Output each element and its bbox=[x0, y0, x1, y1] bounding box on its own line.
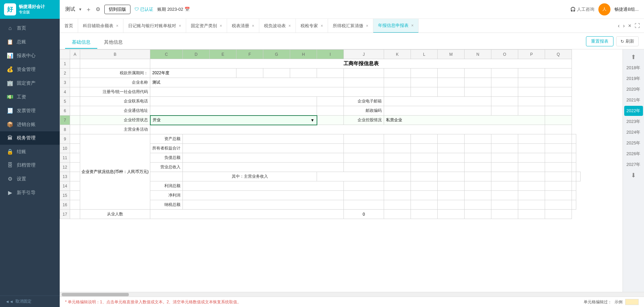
year-item-2020[interactable]: 2020年 bbox=[624, 84, 643, 94]
sidebar-item-fund[interactable]: 💰 资金管理 bbox=[0, 62, 60, 76]
cell-12K[interactable] bbox=[411, 163, 438, 172]
cell-16D[interactable] bbox=[183, 200, 344, 210]
cell-11J[interactable] bbox=[384, 153, 411, 163]
cell-10L[interactable] bbox=[438, 144, 465, 153]
tab-income-close[interactable]: × bbox=[366, 24, 368, 28]
tab-taxwave[interactable]: 税负波动表 × bbox=[259, 19, 296, 33]
cell-11N[interactable] bbox=[491, 153, 518, 163]
sidebar-item-guide[interactable]: ▶ 新手引导 bbox=[0, 186, 60, 200]
sidebar-item-report[interactable]: 📊 报表中心 bbox=[0, 49, 60, 62]
cell-13A[interactable] bbox=[70, 172, 80, 181]
cell-11P[interactable] bbox=[545, 153, 572, 163]
cell-12O[interactable] bbox=[518, 163, 545, 172]
cell-16O[interactable] bbox=[518, 200, 545, 210]
cell-17Q[interactable] bbox=[545, 210, 572, 219]
cell-11Q[interactable] bbox=[572, 153, 576, 163]
cell-12Q[interactable] bbox=[572, 163, 576, 172]
cell-15J[interactable] bbox=[384, 191, 411, 200]
cell-3O[interactable] bbox=[491, 78, 518, 87]
cell-2N[interactable] bbox=[465, 69, 491, 78]
cell-17P[interactable] bbox=[518, 210, 545, 219]
cell-4P[interactable] bbox=[518, 87, 545, 97]
cell-13M[interactable] bbox=[491, 172, 518, 181]
cell-9M[interactable] bbox=[465, 134, 491, 144]
cell-4K[interactable] bbox=[384, 87, 411, 97]
cell-13P[interactable] bbox=[572, 172, 576, 181]
cell-2P[interactable] bbox=[518, 69, 545, 78]
cell-7I[interactable] bbox=[317, 116, 344, 125]
cell-5P[interactable] bbox=[518, 97, 545, 106]
cell-2K[interactable] bbox=[384, 69, 411, 78]
cell-4J[interactable] bbox=[344, 87, 384, 97]
tab-prev-icon[interactable]: ‹ bbox=[616, 22, 621, 30]
cell-13I[interactable] bbox=[384, 172, 411, 181]
cell-6C[interactable] bbox=[150, 106, 317, 116]
cell-11L[interactable] bbox=[438, 153, 465, 163]
cell-10P[interactable] bbox=[545, 144, 572, 153]
cell-17C[interactable] bbox=[150, 210, 344, 219]
cell-9N[interactable] bbox=[491, 134, 518, 144]
cell-17N[interactable] bbox=[465, 210, 491, 219]
cell-15P[interactable] bbox=[545, 191, 572, 200]
cell-12M[interactable] bbox=[465, 163, 491, 172]
cell-12J[interactable] bbox=[384, 163, 411, 172]
cell-14I[interactable] bbox=[344, 181, 384, 191]
tab-home[interactable]: 首页 bbox=[60, 19, 78, 33]
cell-14O[interactable] bbox=[518, 181, 545, 191]
cell-9J[interactable] bbox=[384, 134, 411, 144]
tab-fixed[interactable]: 固定资产类别 × bbox=[186, 19, 227, 33]
sidebar-item-invoice[interactable]: 🧾 发票管理 bbox=[0, 104, 60, 118]
cell-12A[interactable] bbox=[70, 163, 80, 172]
cell-10O[interactable] bbox=[518, 144, 545, 153]
sidebar-item-archive[interactable]: 🗄 归档管理 bbox=[0, 159, 60, 172]
cell-10A[interactable] bbox=[70, 144, 80, 153]
cell-14D[interactable] bbox=[183, 181, 344, 191]
calendar-icon[interactable]: 📅 bbox=[184, 7, 190, 12]
cell-10K[interactable] bbox=[411, 144, 438, 153]
cell-15A[interactable] bbox=[70, 191, 80, 200]
cell-4O[interactable] bbox=[491, 87, 518, 97]
cell-16J[interactable] bbox=[384, 200, 411, 210]
company-chevron-icon[interactable]: ▾ bbox=[79, 7, 82, 12]
tab-annual-close[interactable]: × bbox=[411, 23, 414, 28]
cell-2A[interactable] bbox=[70, 69, 80, 78]
cell-5C[interactable] bbox=[150, 97, 317, 106]
cell-17O[interactable] bbox=[491, 210, 518, 219]
tab-next-icon[interactable]: › bbox=[622, 22, 626, 30]
cell-3K[interactable] bbox=[384, 78, 411, 87]
cell-3J[interactable] bbox=[344, 78, 384, 87]
cell-17A[interactable] bbox=[70, 210, 80, 219]
year-item-2019[interactable]: 2019年 bbox=[624, 74, 643, 84]
tab-annual[interactable]: 年报信息申报表 × bbox=[373, 19, 419, 33]
cell-11K[interactable] bbox=[411, 153, 438, 163]
tab-taxcheck[interactable]: 税检专家 × bbox=[296, 19, 328, 33]
cell-15N[interactable] bbox=[491, 191, 518, 200]
cell-1A[interactable] bbox=[70, 59, 80, 69]
cell-5A[interactable] bbox=[70, 97, 80, 106]
cell-3M[interactable] bbox=[438, 78, 465, 87]
cell-13N[interactable] bbox=[518, 172, 545, 181]
cell-2J[interactable] bbox=[344, 69, 384, 78]
subtab-basic[interactable]: 基础信息 bbox=[65, 37, 97, 49]
cell-2F[interactable] bbox=[236, 69, 263, 78]
cell-9I[interactable] bbox=[344, 134, 384, 144]
cell-15D[interactable] bbox=[183, 191, 344, 200]
sidebar-collapse-btn[interactable]: ◄◄ 取消固定 bbox=[0, 296, 60, 307]
cell-16I[interactable] bbox=[344, 200, 384, 210]
tab-expand-icon[interactable]: ⛶ bbox=[633, 22, 641, 30]
cell-11I[interactable] bbox=[344, 153, 384, 163]
tab-aux[interactable]: 科目辅助余额表 × bbox=[78, 19, 123, 33]
cell-4M[interactable] bbox=[438, 87, 465, 97]
cell-9A[interactable] bbox=[70, 134, 80, 144]
sidebar-item-ledger[interactable]: 📋 总账 bbox=[0, 35, 60, 49]
cell-14P[interactable] bbox=[545, 181, 572, 191]
cell-13Q[interactable] bbox=[576, 172, 581, 181]
cell-4A[interactable] bbox=[70, 87, 80, 97]
sidebar-item-wage[interactable]: 💵 工资 bbox=[0, 90, 60, 104]
settings-gear-icon[interactable]: ⚙ bbox=[96, 6, 100, 12]
cell-6O[interactable] bbox=[491, 106, 518, 116]
cell-10N[interactable] bbox=[491, 144, 518, 153]
cell-17M[interactable] bbox=[438, 210, 465, 219]
year-item-2022[interactable]: 2022年 bbox=[624, 106, 643, 116]
sidebar-item-inventory[interactable]: 📦 进销台账 bbox=[0, 118, 60, 131]
